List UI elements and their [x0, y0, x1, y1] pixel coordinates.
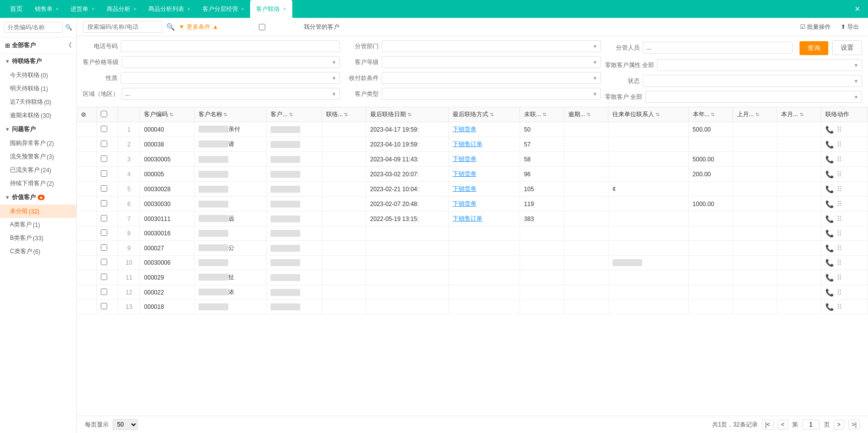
- nav-customer-tier[interactable]: 客户分层经营 ×: [197, 0, 250, 18]
- row-checkbox[interactable]: [101, 185, 107, 192]
- dept-select[interactable]: ▼: [382, 40, 601, 52]
- sidebar-item-overdue[interactable]: 逾期未联络 (30): [0, 109, 76, 122]
- search-input[interactable]: [83, 21, 162, 33]
- more-action-icon[interactable]: ⠿: [837, 155, 842, 163]
- page-input[interactable]: [802, 420, 820, 430]
- row-checkbox[interactable]: [101, 289, 107, 295]
- sidebar-section-value[interactable]: ▼ 价值客户 ●: [0, 190, 76, 205]
- more-action-icon[interactable]: ⠿: [837, 200, 842, 208]
- sidebar-item-abnormal[interactable]: 囤购异常客户 (2): [0, 137, 76, 150]
- my-customers-check-input[interactable]: [222, 24, 302, 30]
- retail-attr-select[interactable]: ▼: [657, 59, 862, 71]
- nav-product-analysis[interactable]: 商品分析 ×: [101, 0, 142, 18]
- more-action-icon[interactable]: ⠿: [837, 185, 842, 193]
- export-btn[interactable]: ⬆ 导出: [838, 21, 862, 33]
- sidebar-item-tomorrow[interactable]: 明天待联络 (1): [0, 82, 76, 95]
- phone-action-icon[interactable]: 📞: [825, 303, 834, 311]
- nav-customer-contact[interactable]: 客户联络 ×: [250, 0, 292, 18]
- checkbox-cell[interactable]: [97, 152, 118, 167]
- select-all-checkbox[interactable]: [101, 111, 107, 117]
- first-page-btn[interactable]: |<: [762, 420, 774, 430]
- more-action-icon[interactable]: ⠿: [837, 274, 842, 282]
- sidebar-item-7days[interactable]: 近7天待联络 (0): [0, 95, 76, 109]
- col-contact[interactable]: 联络...: [322, 107, 366, 122]
- col-name[interactable]: 客户名称: [194, 107, 267, 122]
- more-action-icon[interactable]: ⠿: [837, 141, 842, 148]
- col-settings[interactable]: ⚙: [77, 107, 97, 122]
- sidebar-item-today[interactable]: 今天待联络 (0): [0, 69, 76, 82]
- search-submit-icon[interactable]: 🔍: [166, 23, 175, 31]
- more-action-icon[interactable]: ⠿: [837, 244, 842, 252]
- phone-action-icon[interactable]: 📞: [825, 289, 834, 296]
- payment-select[interactable]: ▼: [382, 72, 601, 84]
- row-checkbox[interactable]: [101, 244, 107, 251]
- contact-way-link[interactable]: 下销售订单: [453, 141, 482, 147]
- checkbox-cell[interactable]: [97, 137, 118, 152]
- prev-page-btn[interactable]: <: [778, 420, 788, 430]
- retail-customer-select[interactable]: ▼: [645, 91, 862, 103]
- phone-action-icon[interactable]: 📞: [825, 126, 834, 134]
- row-checkbox[interactable]: [101, 126, 107, 132]
- nav-sales[interactable]: 销售单 ×: [29, 0, 65, 18]
- nav-product-list[interactable]: 商品分析列表 ×: [142, 0, 196, 18]
- status-select[interactable]: ▼: [643, 75, 862, 87]
- sidebar-item-warning[interactable]: 流失预警客户 (3): [0, 150, 76, 163]
- nav-purchase[interactable]: 进货单 ×: [65, 0, 100, 18]
- col-last-contact-way[interactable]: 最后联络方式: [448, 107, 520, 122]
- col-last-contact-date[interactable]: 最后联络日期: [366, 107, 448, 122]
- more-action-icon[interactable]: ⠿: [837, 289, 842, 296]
- price-tier-select[interactable]: ▼: [122, 56, 340, 68]
- last-page-btn[interactable]: >|: [848, 420, 860, 430]
- more-action-icon[interactable]: ⠿: [837, 126, 842, 134]
- sidebar-item-class-b[interactable]: B类客户 (33): [0, 231, 76, 245]
- nav-home[interactable]: 首页: [4, 0, 29, 18]
- reset-button[interactable]: 设置: [832, 40, 862, 55]
- sidebar-section-problem[interactable]: ▼ 问题客户: [0, 122, 76, 137]
- checkbox-cell[interactable]: [97, 182, 118, 197]
- checkbox-cell[interactable]: [97, 122, 118, 137]
- checkbox-cell[interactable]: [97, 197, 118, 212]
- phone-action-icon[interactable]: 📞: [825, 155, 834, 163]
- row-checkbox[interactable]: [101, 141, 107, 147]
- close-customer-tier-tab[interactable]: ×: [241, 6, 244, 12]
- nature-select[interactable]: ▼: [121, 72, 340, 84]
- row-checkbox[interactable]: [101, 170, 107, 177]
- more-action-icon[interactable]: ⠿: [837, 215, 842, 223]
- phone-action-icon[interactable]: 📞: [825, 185, 834, 193]
- col-code[interactable]: 客户编码: [140, 107, 194, 122]
- checkbox-cell[interactable]: [97, 256, 118, 270]
- more-action-icon[interactable]: ⠿: [837, 259, 842, 267]
- customer-level-select[interactable]: ▼: [382, 56, 601, 68]
- col-last-month[interactable]: 上月...: [733, 107, 777, 122]
- customer-type-select[interactable]: ▼: [382, 88, 601, 100]
- next-page-btn[interactable]: >: [834, 420, 844, 430]
- region-select[interactable]: ... ▼: [122, 88, 340, 100]
- close-sales-tab[interactable]: ×: [56, 6, 59, 12]
- col-this-month[interactable]: 本月...: [777, 107, 821, 122]
- sidebar-item-declining[interactable]: 持续下滑客户 (2): [0, 177, 76, 190]
- sidebar-item-class-a[interactable]: A类客户 (1): [0, 218, 76, 231]
- sidebar-item-ungroup[interactable]: 未分组 (32): [0, 205, 76, 218]
- checkbox-cell[interactable]: [97, 212, 118, 226]
- col-this-year[interactable]: 本年...: [688, 107, 733, 122]
- phone-action-icon[interactable]: 📞: [825, 200, 834, 208]
- checkbox-cell[interactable]: [97, 241, 118, 256]
- more-action-icon[interactable]: ⠿: [837, 170, 842, 178]
- batch-op-btn[interactable]: ☑ 批量操作: [797, 21, 834, 33]
- phone-input[interactable]: [121, 40, 340, 52]
- phone-action-icon[interactable]: 📞: [825, 229, 834, 237]
- more-action-icon[interactable]: ⠿: [837, 303, 842, 311]
- per-page-select[interactable]: 50 20 100: [113, 419, 138, 430]
- sidebar-item-class-c[interactable]: C类客户 (6): [0, 245, 76, 258]
- checkbox-cell[interactable]: [97, 285, 118, 300]
- contact-way-link[interactable]: 下销售订单: [453, 215, 482, 222]
- row-checkbox[interactable]: [101, 215, 107, 221]
- close-product-analysis-tab[interactable]: ×: [134, 6, 136, 12]
- contact-way-link[interactable]: 下销货单: [453, 200, 476, 207]
- sidebar-collapse-btn[interactable]: 《: [66, 41, 71, 50]
- my-customers-checkbox[interactable]: 我分管的客户: [222, 23, 339, 31]
- phone-action-icon[interactable]: 📞: [825, 274, 834, 282]
- sidebar-all-customers[interactable]: ⊞ 全部客户 《: [0, 37, 76, 54]
- row-checkbox[interactable]: [101, 303, 107, 309]
- query-button[interactable]: 查询: [800, 41, 828, 55]
